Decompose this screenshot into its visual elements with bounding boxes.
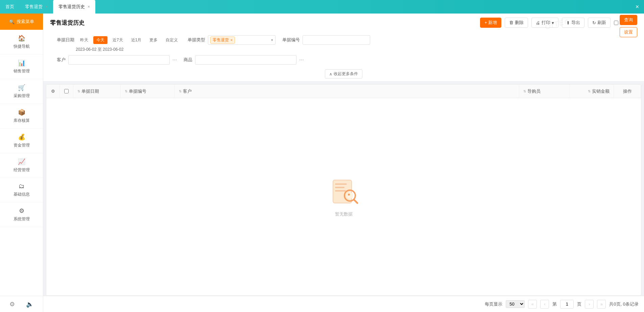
sidebar-item-finance[interactable]: 💰 资金管理 [0,129,43,153]
th-sort-date-icon[interactable]: ⇅ [77,89,80,93]
sidebar-search-label: 搜索菜单 [17,19,34,25]
date-filter-item: 单据日期 昨天 今天 近7天 近1月 更多 自定义 [57,36,181,44]
refresh-label: 刷新 [597,20,606,26]
page-label: 第 [552,301,557,307]
delete-button[interactable]: 🗑 删除 [505,18,528,28]
date-btn-today[interactable]: 今天 [93,36,108,44]
tab-retail-return[interactable]: 零售退货 × [20,0,53,14]
th-date-label: 单据日期 [81,88,99,94]
print-button[interactable]: 🖨 打印 ▾ [531,18,558,28]
tab-retail-return-close[interactable]: × [45,4,48,9]
tab-retail-return-history-close[interactable]: × [88,4,90,9]
table-container: ⚙ ⇅ 单据日期 ⇅ 单据编号 ⇅ 客户 ⇅ [46,84,641,296]
svg-rect-1 [335,183,347,185]
sidebar-item-finance-label: 资金管理 [14,142,30,148]
empty-icon [327,177,361,207]
query-button[interactable]: 查询 [620,15,637,25]
prev-page-button[interactable]: ‹ [540,300,549,309]
date-btn-more[interactable]: 更多 [146,36,161,44]
first-page-button[interactable]: « [528,300,537,309]
sidebar-item-quicknav[interactable]: 🏠 快捷导航 [0,30,43,54]
select-all-checkbox[interactable] [64,89,69,93]
date-btn-yesterday[interactable]: 昨天 [77,36,91,44]
tab-list: 首页 零售退货 × 零售退货历史 × [0,0,630,14]
date-btn-7days[interactable]: 近7天 [110,36,126,44]
collapse-filters-button[interactable]: ∧ 收起更多条件 [325,69,362,79]
print-arrow: ▾ [552,20,554,25]
tab-home-label: 首页 [5,4,14,10]
th-ops: 操作 [614,85,641,98]
th-amount: ⇅ 实销金额 [570,85,614,98]
sidebar-item-basic[interactable]: 🗂 基础信息 [0,178,43,202]
th-guide-label: 导购员 [527,88,541,94]
sidebar-item-inventory[interactable]: 📦 库存核算 [0,104,43,129]
th-amount-label: 实销金额 [592,88,610,94]
type-filter-select[interactable]: 零售退货 × ▾ [208,35,276,45]
next-page-button[interactable]: › [585,300,594,309]
window-close-button[interactable]: × [630,0,644,14]
toolbar: + 新增 🗑 删除 🖨 打印 ▾ ⬆ 导出 ↻ 刷新 [480,18,637,28]
export-label: 导出 [571,20,580,26]
sales-icon: 📊 [18,59,25,67]
table-header: ⚙ ⇅ 单据日期 ⇅ 单据编号 ⇅ 客户 ⇅ [46,85,641,98]
volume-icon[interactable]: 🔈 [26,300,33,308]
main-layout: 🔍 搜索菜单 🏠 快捷导航 📊 销售管理 🛒 采购管理 📦 库存核算 💰 资金管… [0,14,644,312]
operations-icon: 📈 [18,158,25,165]
add-button[interactable]: + 新增 [480,18,501,28]
th-sort-guide-icon[interactable]: ⇅ [523,89,526,93]
num-filter-input[interactable] [303,35,370,45]
pagination-bar: 每页显示 10 20 50 100 « ‹ 第 页 › » 共0页, 0条记录 [43,296,644,312]
type-filter-item: 单据类型 零售退货 × ▾ [188,35,276,45]
page-size-select[interactable]: 10 20 50 100 [506,300,525,308]
settings-icon: ⚙ [51,89,55,94]
sidebar-item-quicknav-label: 快捷导航 [14,44,30,49]
type-filter-label: 单据类型 [188,37,205,43]
customer-filter-input[interactable] [68,55,170,65]
type-tag-close[interactable]: × [230,38,232,42]
th-sort-customer-icon[interactable]: ⇅ [179,89,182,93]
th-sort-num-icon[interactable]: ⇅ [125,89,127,93]
setting-button[interactable]: 设置 [620,27,637,37]
page-title: 零售退货历史 [50,19,85,27]
sidebar-bottom: ⚙ 🔈 [0,296,43,312]
top-bar: 首页 零售退货 × 零售退货历史 × × [0,0,644,14]
type-tag: 零售退货 × [210,37,235,44]
last-page-button[interactable]: » [597,300,606,309]
tab-retail-return-history[interactable]: 零售退货历史 × [53,0,95,14]
svg-point-5 [347,192,353,199]
tab-home[interactable]: 首页 [0,0,20,14]
sidebar-item-purchase-label: 采购管理 [14,93,30,99]
page-title-row: 零售退货历史 + 新增 🗑 删除 🖨 打印 ▾ ⬆ 导出 ↻ [50,18,637,28]
show-detail-checkbox[interactable] [614,21,618,25]
sidebar-item-operations[interactable]: 📈 经营管理 [0,153,43,178]
query-buttons: 查询 设置 [620,15,637,37]
sidebar-item-system[interactable]: ⚙ 系统管理 [0,202,43,227]
th-sort-amount-icon[interactable]: ⇅ [588,89,591,93]
system-icon: ⚙ [19,207,24,215]
th-customer: ⇅ 客户 [175,85,519,98]
svg-line-6 [354,200,357,203]
sidebar-item-sales[interactable]: 📊 销售管理 [0,54,43,79]
goods-filter-input[interactable] [195,55,296,65]
sidebar-item-operations-label: 经营管理 [14,167,30,173]
inventory-icon: 📦 [18,109,25,116]
th-check[interactable] [60,85,73,98]
svg-rect-3 [335,190,346,192]
collapse-label: 收起更多条件 [334,71,358,77]
empty-state: 暂无数据 [327,177,361,217]
sidebar-search[interactable]: 🔍 搜索菜单 [0,14,43,30]
date-btn-1month[interactable]: 近1月 [128,36,145,44]
svg-rect-2 [335,187,344,188]
page-number-input[interactable] [560,300,574,309]
export-button[interactable]: ⬆ 导出 [562,18,585,28]
goods-ellipsis-btn[interactable]: ··· [299,57,304,63]
th-customer-label: 客户 [183,88,192,94]
customer-ellipsis-btn[interactable]: ··· [172,57,177,63]
date-btn-custom[interactable]: 自定义 [163,36,181,44]
sidebar-item-purchase[interactable]: 🛒 采购管理 [0,79,43,104]
refresh-button[interactable]: ↻ 刷新 [588,18,611,28]
th-settings[interactable]: ⚙ [46,85,60,98]
settings-bottom-icon[interactable]: ⚙ [9,300,15,308]
search-icon: 🔍 [9,19,15,24]
print-icon: 🖨 [536,20,540,25]
